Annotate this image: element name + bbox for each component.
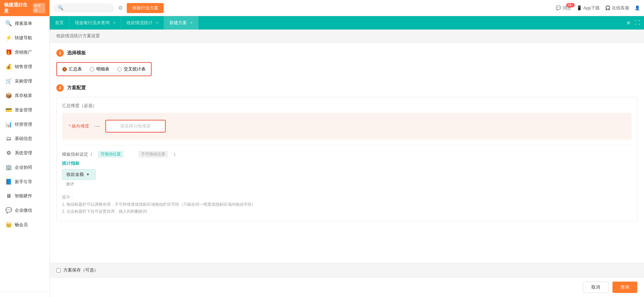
- sidebar-item-12[interactable]: 🖥智能硬件: [0, 189, 49, 203]
- step1-title: 选择模板: [67, 50, 86, 56]
- metric-sub-total: 合计: [62, 180, 96, 188]
- radio-detail[interactable]: 明细表: [90, 66, 109, 72]
- sidebar-icon-12: 🖥: [5, 193, 12, 199]
- tab-0[interactable]: 首页: [50, 16, 69, 30]
- tab-label-0: 首页: [55, 20, 64, 26]
- save-option-label[interactable]: 方案保存（可选）: [63, 267, 98, 273]
- settings-icon[interactable]: ⚙: [118, 5, 123, 11]
- sidebar-icon-6: 💳: [5, 107, 12, 113]
- metrics-column: 统计指标 收款金额 ▼ 合计: [62, 160, 96, 188]
- sidebar-label-3: 销售管理: [15, 64, 32, 70]
- app-badge: 标准版: [33, 3, 45, 13]
- search-icon: 🔍: [58, 5, 63, 10]
- dimension-select[interactable]: 请选择分组维度: [105, 120, 166, 133]
- step2-num: 2: [56, 84, 64, 92]
- sidebar-item-14[interactable]: 👑畅会员: [0, 217, 49, 232]
- notifications-btn[interactable]: 💬 消息 99+: [556, 5, 571, 11]
- step2-section: 2 方案配置 汇总维度（必选） * 纵向维度 — 请选择分组维度: [56, 84, 637, 221]
- sidebar-label-13: 企业微信: [15, 207, 32, 213]
- sidebar-label-14: 畅会员: [15, 222, 28, 228]
- sidebar-label-6: 资金管理: [15, 107, 32, 113]
- sidebar-label-10: 企业协同: [15, 164, 32, 170]
- sidebar-icon-11: 📘: [5, 179, 12, 185]
- metrics-close-paren: ）: [173, 151, 178, 157]
- sidebar-label-9: 系统管理: [15, 150, 32, 156]
- sidebar-item-7[interactable]: 📊经营管理: [0, 117, 49, 132]
- metrics-header-text: 模板指标设定（: [62, 151, 93, 157]
- sidebar-label-1: 快捷导航: [15, 35, 32, 41]
- sidebar-item-1[interactable]: ⚡快捷导航: [0, 31, 49, 45]
- tab-close-3[interactable]: ×: [190, 20, 193, 25]
- search-input[interactable]: [65, 5, 109, 10]
- notification-icon: 💬: [556, 5, 561, 10]
- maximize-icon[interactable]: ⛶: [635, 20, 640, 26]
- sidebar-label-0: 搜索菜单: [15, 20, 32, 27]
- tab-label-3: 新建方案: [169, 20, 187, 26]
- user-avatar[interactable]: 👤: [635, 5, 640, 10]
- step1-num: 1: [56, 49, 64, 57]
- content-area: 收款情况统计方案设置 1 选择模板 汇总表 明细表: [50, 30, 644, 297]
- sidebar-item-0[interactable]: 🔍搜索菜单: [0, 16, 49, 31]
- save-checkbox[interactable]: [56, 268, 61, 273]
- sidebar-item-9[interactable]: ⚙系统管理: [0, 146, 49, 160]
- metric-tag-amount[interactable]: 收款金额 ▼: [62, 169, 96, 180]
- app-download-btn[interactable]: 📱 App下载: [577, 5, 600, 11]
- sidebar-item-8[interactable]: 🗂基础信息: [0, 132, 49, 146]
- radio-summary[interactable]: 汇总表: [62, 66, 82, 72]
- tab-1[interactable]: 现金银行流水查询×: [69, 16, 121, 30]
- sidebar-label-5: 库存核算: [15, 93, 32, 99]
- sidebar-item-13[interactable]: 💬企业微信: [0, 203, 49, 217]
- radio-detail-label: 明细表: [96, 66, 109, 72]
- sidebar-item-5[interactable]: 📦库存核算: [0, 88, 49, 103]
- tab-2[interactable]: 收款情况统计×: [121, 16, 164, 30]
- close-window-icon[interactable]: ✕: [626, 20, 631, 26]
- drag-badge: 可拖动位置: [98, 151, 123, 158]
- vertical-dim-label: * 纵向维度: [69, 123, 89, 129]
- sidebar-icon-14: 👑: [5, 221, 12, 228]
- tips-title: 提示：: [62, 194, 632, 201]
- step2-title: 方案配置: [67, 85, 86, 91]
- online-service-btn[interactable]: 🎧 在线客服: [605, 5, 629, 11]
- sidebar: 畅捷通好生意 标准版 🔍搜索菜单⚡快捷导航🎁营销推广💰销售管理🛒采购管理📦库存核…: [0, 0, 50, 297]
- sidebar-label-2: 营销推广: [15, 49, 32, 55]
- topbar: 🔍 ⚙ 体验行业方案 💬 消息 99+ 📱 App下载 🎧 在线客服 👤: [50, 0, 644, 16]
- sidebar-icon-7: 📊: [5, 121, 12, 128]
- industry-btn[interactable]: 体验行业方案: [127, 3, 164, 13]
- sidebar-item-3[interactable]: 💰销售管理: [0, 59, 49, 74]
- main-area: 🔍 ⚙ 体验行业方案 💬 消息 99+ 📱 App下载 🎧 在线客服 👤: [50, 0, 644, 297]
- sidebar-label-11: 新手引导: [15, 179, 32, 185]
- avatar-icon: 👤: [635, 5, 640, 10]
- tab-actions: ✕ ⛶: [622, 16, 644, 30]
- metric-name: 收款金额: [66, 171, 84, 178]
- nodrag-badge: 不可拖动位置: [139, 151, 168, 158]
- radio-cross-label: 交叉统计表: [124, 66, 146, 72]
- step1-header: 1 选择模板: [56, 49, 637, 57]
- sidebar-item-4[interactable]: 🛒采购管理: [0, 74, 49, 88]
- tab-3[interactable]: 新建方案×: [164, 16, 198, 30]
- service-icon: 🎧: [605, 5, 610, 10]
- sidebar-item-6[interactable]: 💳资金管理: [0, 103, 49, 117]
- tab-label-2: 收款情况统计: [126, 20, 153, 26]
- cancel-button[interactable]: 取消: [583, 282, 608, 293]
- footer: 取消 查询: [50, 277, 644, 297]
- chevron-down-icon: ▼: [86, 172, 90, 177]
- search-box[interactable]: 🔍: [54, 4, 114, 12]
- sidebar-item-10[interactable]: 🏢企业协同: [0, 160, 49, 175]
- logo: 畅捷通好生意 标准版: [0, 0, 49, 16]
- query-button[interactable]: 查询: [612, 282, 637, 293]
- template-select-group: 汇总表 明细表 交叉统计表: [56, 62, 152, 76]
- step1-section: 1 选择模板 汇总表 明细表 交叉统计表: [56, 49, 637, 76]
- sidebar-icon-3: 💰: [5, 63, 12, 70]
- app-name: 畅捷通好生意: [4, 2, 32, 14]
- sidebar-item-11[interactable]: 📘新手引导: [0, 175, 49, 189]
- sidebar-icon-2: 🎁: [5, 49, 12, 55]
- notification-badge: 99+: [566, 3, 575, 7]
- tab-close-1[interactable]: ×: [113, 20, 115, 25]
- tab-close-2[interactable]: ×: [156, 20, 158, 25]
- download-icon: 📱: [577, 5, 582, 10]
- radio-cross[interactable]: 交叉统计表: [117, 66, 146, 72]
- radio-summary-label: 汇总表: [69, 66, 82, 72]
- sidebar-item-2[interactable]: 🎁营销推广: [0, 45, 49, 59]
- sidebar-icon-8: 🗂: [5, 136, 12, 142]
- tab-bar: 首页现金银行流水查询×收款情况统计×新建方案× ✕ ⛶: [50, 16, 644, 30]
